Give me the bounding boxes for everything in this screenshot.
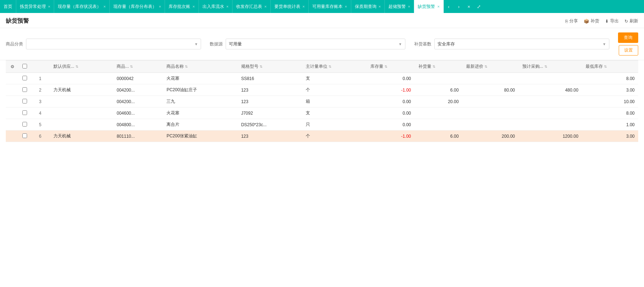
row-goods-code-cell: 004200...	[113, 96, 163, 107]
tab-close-all-btn[interactable]: ×	[464, 0, 474, 13]
tab-close-icon[interactable]: ×	[103, 4, 105, 9]
default-supplier-column-header[interactable]: 默认供应... ⇅	[50, 61, 113, 73]
tab-batch[interactable]: 库存批次账 ×	[165, 0, 199, 13]
select-all-checkbox[interactable]	[22, 64, 27, 69]
tab-overstock[interactable]: 超储预警 ×	[385, 0, 414, 13]
row-checkbox-cell[interactable]	[19, 96, 31, 107]
filter-buttons: 查询 设置	[618, 32, 638, 56]
table-row[interactable]: 5 004800... 离合片 DS250*23c... 只 0.00 1.00	[6, 119, 638, 131]
goods-code-column-header[interactable]: 商品... ⇅	[113, 61, 163, 73]
tab-prev-btn[interactable]: ‹	[444, 0, 454, 13]
tab-req-stats[interactable]: 要货单统计表 ×	[271, 0, 309, 13]
tab-close-icon[interactable]: ×	[408, 4, 410, 9]
row-goods-name-cell: 火花塞	[163, 107, 238, 119]
tab-next-btn[interactable]: ›	[454, 0, 464, 13]
goods-name-column-header[interactable]: 商品名称 ⇅	[163, 61, 238, 73]
row-min-stock-cell: 3.00	[582, 84, 638, 96]
row-gear-cell	[6, 131, 19, 142]
row-checkbox[interactable]	[22, 110, 27, 115]
sort-icon: ⇅	[130, 65, 133, 69]
row-checkbox[interactable]	[22, 87, 27, 92]
share-action[interactable]: ⎘ 分享	[565, 18, 578, 24]
datasource-select[interactable]: 可用量 ▼	[226, 39, 405, 49]
row-checkbox-cell[interactable]	[19, 73, 31, 84]
row-spec-cell: 123	[238, 84, 302, 96]
stock-column-header[interactable]: 库存量 ⇅	[367, 61, 414, 73]
replenish-action[interactable]: 📦 补货	[584, 18, 599, 24]
tab-close-icon[interactable]: ×	[159, 4, 161, 9]
tab-stock-dist[interactable]: 现存量（库存分布表） ×	[110, 0, 165, 13]
base-select[interactable]: 安全库存 ▼	[434, 39, 609, 49]
row-latest-price-cell: 200.00	[462, 131, 519, 142]
row-checkbox-cell[interactable]	[19, 131, 31, 142]
min-stock-column-header[interactable]: 最低库存 ⇅	[582, 61, 638, 73]
est-purchase-column-header[interactable]: 预计采购... ⇅	[519, 61, 582, 73]
datasource-filter: 数据源 可用量 ▼	[210, 39, 405, 49]
row-latest-price-cell	[462, 107, 519, 119]
row-unit-cell: 支	[302, 73, 367, 84]
tab-close-icon[interactable]: ×	[345, 4, 347, 9]
tab-picking[interactable]: 拣货异常处理 ×	[16, 0, 54, 13]
row-checkbox[interactable]	[22, 122, 27, 127]
row-checkbox[interactable]	[22, 99, 27, 103]
row-gear-cell	[6, 96, 19, 107]
row-min-stock-cell: 8.00	[582, 73, 638, 84]
row-min-stock-cell: 8.00	[582, 107, 638, 119]
refresh-action[interactable]: ↻ 刷新	[625, 18, 638, 24]
row-number-cell: 3	[31, 96, 50, 107]
tab-shortage[interactable]: 缺货预警 ×	[414, 0, 443, 13]
checkbox-column-header[interactable]	[19, 61, 31, 73]
header-actions: ⎘ 分享 📦 补货 ⬇ 导出 ↻ 刷新	[565, 18, 638, 24]
sort-icon: ⇅	[328, 65, 331, 69]
tab-expiry[interactable]: 保质期查询 ×	[351, 0, 385, 13]
unit-column-header[interactable]: 主计量单位 ⇅	[302, 61, 367, 73]
gear-column-header[interactable]: ⚙	[6, 61, 19, 73]
tab-close-icon[interactable]: ×	[192, 4, 195, 9]
row-checkbox-cell[interactable]	[19, 107, 31, 119]
tab-close-icon[interactable]: ×	[48, 4, 50, 9]
row-checkbox-cell[interactable]	[19, 119, 31, 131]
tab-home[interactable]: 首页	[0, 0, 16, 13]
table-row[interactable]: 3 004200... 三九 123 箱 0.00 20.00 10.00	[6, 96, 638, 107]
page-header: 缺货预警 ⎘ 分享 📦 补货 ⬇ 导出 ↻ 刷新	[0, 13, 644, 28]
tab-summary[interactable]: 收发存汇总表 ×	[232, 0, 270, 13]
sort-icon: ⇅	[544, 65, 547, 69]
row-goods-name-cell: 三九	[163, 96, 238, 107]
category-filter: 商品分类 ▼	[6, 39, 201, 49]
row-replenish-cell: 6.00	[415, 84, 462, 96]
row-supplier-cell	[50, 107, 113, 119]
sort-icon: ⇅	[432, 65, 435, 69]
spec-column-header[interactable]: 规格型号 ⇅	[238, 61, 302, 73]
tab-close-icon[interactable]: ×	[264, 4, 266, 9]
row-checkbox-cell[interactable]	[19, 84, 31, 96]
tab-stock-status[interactable]: 现存量（库存状况表） ×	[54, 0, 109, 13]
tab-expand-btn[interactable]: ⤢	[474, 0, 484, 13]
row-checkbox[interactable]	[22, 133, 27, 138]
tab-flow[interactable]: 出入库流水 ×	[199, 0, 232, 13]
tab-close-icon[interactable]: ×	[379, 4, 381, 9]
sort-icon: ⇅	[75, 65, 78, 69]
row-goods-name-cell: PC200张紧油缸	[163, 131, 238, 142]
settings-button[interactable]: 设置	[619, 45, 638, 56]
tab-close-icon[interactable]: ×	[303, 4, 305, 9]
category-select[interactable]: ▼	[26, 39, 201, 49]
row-stock-cell: 0.00	[367, 96, 414, 107]
export-action[interactable]: ⬇ 导出	[605, 18, 619, 24]
tab-close-icon[interactable]: ×	[437, 4, 439, 9]
table-row[interactable]: 4 004600... 火花塞 J7092 支 0.00 8.00	[6, 107, 638, 119]
row-gear-cell	[6, 73, 19, 84]
latest-price-column-header[interactable]: 最新进价 ⇅	[462, 61, 519, 73]
row-supplier-cell: 力天机械	[50, 131, 113, 142]
table-row[interactable]: 6 力天机械 801110... PC200张紧油缸 123 个 -1.00 6…	[6, 131, 638, 142]
query-button[interactable]: 查询	[618, 32, 638, 43]
filter-bar: 商品分类 ▼ 数据源 可用量 ▼ 补货基数 安全库存 ▼ 查询 设置	[0, 28, 644, 60]
row-checkbox[interactable]	[22, 76, 27, 80]
data-table: ⚙ 默认供应... ⇅ 商品...	[6, 60, 638, 142]
replenish-column-header[interactable]: 补货量 ⇅	[415, 61, 462, 73]
tab-close-icon[interactable]: ×	[226, 4, 229, 9]
share-icon: ⎘	[565, 19, 568, 24]
row-stock-cell: 0.00	[367, 73, 414, 84]
table-row[interactable]: 1 0000042 火花塞 SS816 支 0.00 8.00	[6, 73, 638, 84]
tab-available[interactable]: 可用量库存账本 ×	[309, 0, 351, 13]
table-row[interactable]: 2 力天机械 004200... PC200油缸庄子 123 个 -1.00 6…	[6, 84, 638, 96]
